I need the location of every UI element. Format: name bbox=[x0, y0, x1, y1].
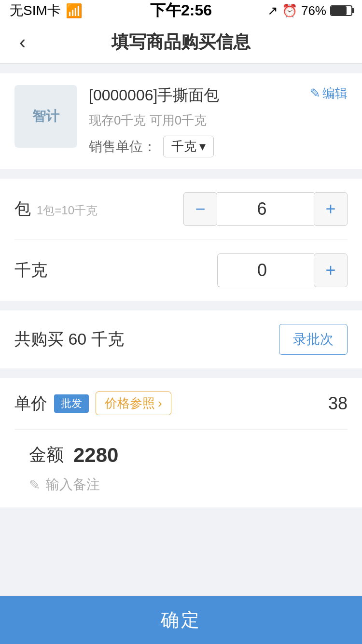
kg-controls: + bbox=[217, 253, 348, 287]
stock-label: 现存0千克 bbox=[89, 113, 146, 127]
price-row: 单价 批发 价格参照 › 38 bbox=[14, 378, 348, 429]
pencil-icon: ✎ bbox=[29, 477, 40, 493]
amount-value: 2280 bbox=[73, 444, 118, 467]
amount-section: 金额 2280 ✎ 输入备注 bbox=[14, 429, 348, 507]
summary-amount: 60 bbox=[68, 330, 86, 348]
edit-button[interactable]: ✎ 编辑 bbox=[310, 85, 348, 102]
product-image: 智计 bbox=[14, 85, 77, 148]
edit-icon: ✎ bbox=[310, 86, 320, 101]
bao-label: 包 bbox=[14, 198, 31, 220]
price-ref-label: 价格参照 bbox=[105, 395, 155, 412]
unit-prefix: 销售单位： bbox=[89, 138, 156, 156]
carrier-text: 无SIM卡 bbox=[10, 1, 61, 20]
battery-icon bbox=[330, 5, 352, 16]
nav-bar: ‹ 填写商品购买信息 bbox=[0, 21, 362, 64]
status-bar: 无SIM卡 📶 下午2:56 ↗ ⏰ 76% bbox=[0, 0, 362, 21]
bao-hint: 1包=10千克 bbox=[37, 203, 97, 218]
quantity-section: 包 1包=10千克 − + 千克 + bbox=[0, 179, 362, 301]
summary-prefix: 共购买 bbox=[14, 330, 64, 348]
price-left: 单价 批发 价格参照 › bbox=[14, 392, 171, 415]
unit-chevron-icon: ▾ bbox=[199, 139, 206, 154]
battery-pct: 76% bbox=[301, 3, 326, 18]
price-ref-button[interactable]: 价格参照 › bbox=[96, 392, 171, 415]
bao-controls: − + bbox=[183, 192, 348, 226]
location-icon: ↗ bbox=[267, 3, 278, 18]
amount-label: 金额 bbox=[29, 443, 64, 467]
available-label: 可用0千克 bbox=[150, 113, 207, 127]
note-row[interactable]: ✎ 输入备注 bbox=[29, 476, 333, 494]
back-button[interactable]: ‹ bbox=[14, 27, 30, 58]
price-ref-arrow-icon: › bbox=[158, 396, 162, 411]
bao-input[interactable] bbox=[217, 192, 314, 226]
batch-button[interactable]: 录批次 bbox=[279, 324, 348, 355]
unit-select[interactable]: 千克 ▾ bbox=[163, 136, 214, 157]
alarm-icon: ⏰ bbox=[282, 3, 297, 18]
kg-input[interactable] bbox=[217, 253, 314, 287]
kg-plus-button[interactable]: + bbox=[314, 253, 348, 287]
summary-text: 共购买 60 千克 bbox=[14, 328, 124, 350]
price-label: 单价 bbox=[14, 392, 47, 415]
page-title: 填写商品购买信息 bbox=[111, 30, 251, 54]
confirm-button[interactable]: 确定 bbox=[0, 596, 362, 644]
edit-label: 编辑 bbox=[322, 85, 348, 102]
bao-quantity-row: 包 1包=10千克 − + bbox=[14, 179, 348, 240]
summary-unit: 千克 bbox=[91, 330, 124, 348]
kg-label: 千克 bbox=[14, 259, 47, 281]
bao-label-group: 包 1包=10千克 bbox=[14, 198, 97, 220]
product-logo: 智计 bbox=[32, 107, 59, 126]
bao-plus-button[interactable]: + bbox=[314, 192, 348, 226]
price-section: 单价 批发 价格参照 › 38 金额 2280 ✎ 输入备注 bbox=[0, 378, 362, 507]
note-placeholder: 输入备注 bbox=[46, 476, 100, 494]
product-stock: 现存0千克 可用0千克 bbox=[89, 112, 348, 129]
wifi-icon: 📶 bbox=[66, 3, 83, 19]
status-left: 无SIM卡 📶 bbox=[10, 1, 83, 20]
product-card: 智计 [0000006]手撕面包 ✎ 编辑 现存0千克 可用0千克 销售单位： … bbox=[0, 73, 362, 169]
bao-minus-button[interactable]: − bbox=[183, 192, 217, 226]
amount-row: 金额 2280 bbox=[29, 443, 333, 467]
summary-section: 共购买 60 千克 录批次 bbox=[0, 310, 362, 368]
product-name: [0000006]手撕面包 bbox=[89, 85, 219, 106]
product-info: [0000006]手撕面包 ✎ 编辑 现存0千克 可用0千克 销售单位： 千克 … bbox=[89, 85, 348, 157]
price-badge: 批发 bbox=[54, 394, 89, 413]
product-unit-row: 销售单位： 千克 ▾ bbox=[89, 136, 348, 157]
status-time: 下午2:56 bbox=[150, 0, 212, 21]
price-value: 38 bbox=[328, 393, 348, 414]
kg-label-group: 千克 bbox=[14, 259, 47, 281]
status-right: ↗ ⏰ 76% bbox=[267, 3, 352, 18]
unit-value: 千克 bbox=[171, 138, 196, 155]
kg-quantity-row: 千克 + bbox=[14, 240, 348, 301]
